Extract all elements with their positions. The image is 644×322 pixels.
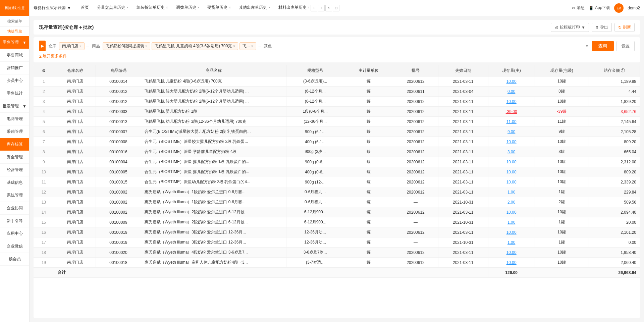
row-stock-main[interactable]: 9.00 [488,127,535,137]
color-dropdown-icon[interactable]: ▼ [585,44,589,48]
sidebar-quick-nav[interactable]: 快捷导航 [0,27,29,36]
sidebar-item-marketing[interactable]: 营销推广 [0,62,29,74]
remove-product-tag-1[interactable]: × [146,44,148,48]
table-row: 15 南岸门店 00100009 惠氏启赋（Wyeth illuma）2段奶粉 … [34,217,640,227]
account-dropdown[interactable]: 母婴行业演示账套 ▼ [34,5,71,11]
sidebar-item-new-guide[interactable]: 新手引导 [0,215,29,227]
col-gear[interactable]: ⚙ [34,65,54,76]
row-stock-main[interactable]: 2.00 [488,197,535,207]
query-button[interactable]: 查询 [592,41,614,51]
product-more[interactable]: ... [258,44,261,48]
inventory-table-wrap: ⚙ 仓库名称 商品编码 商品名称 规格型号 主计量单位 批号 失效日期 现存量(… [34,65,640,318]
sidebar-item-member[interactable]: 会员中心 [0,74,29,87]
row-stock-main[interactable]: 10.00 [488,258,535,268]
close-icon[interactable]: × [166,6,168,9]
tab-prev-button[interactable]: ‹ [311,5,317,11]
sidebar-item-sys-mgmt[interactable]: 系统管理 [0,189,29,202]
sidebar-item-retail-mgmt[interactable]: 零售管理 ▼ [0,36,29,49]
row-code: 00100009 [96,217,141,227]
tab-nav-arrows: ‹ › × ⊡ [311,5,339,11]
row-code: 00100013 [96,117,141,127]
row-spec: 900g (6-1... [286,127,344,137]
row-stock-main[interactable]: 11.00 [488,117,535,127]
row-stock-main[interactable]: 10.00 [488,248,535,258]
sidebar-search[interactable]: 搜索菜单 [0,16,29,27]
tab-split-inventory[interactable]: 分量盘点单历史 × [93,0,132,16]
expand-filter-button[interactable]: ⊻ 展开更多条件 [39,53,635,59]
row-stock-main[interactable]: 10.00 [488,167,535,177]
tab-disassemble[interactable]: 组装拆卸单历史 × [132,0,172,16]
warehouse-more[interactable]: ... [86,44,89,48]
row-warehouse: 南岸门店 [54,157,96,167]
row-stock-main[interactable]: 10.00 [488,177,535,187]
row-stock-pkg: 10罐 [535,227,589,237]
row-warehouse: 南岸门店 [54,107,96,117]
refresh-button[interactable]: ↻ 刷新 [614,23,635,32]
row-stock-main[interactable]: 1.00 [488,187,535,197]
close-icon[interactable]: × [229,6,231,9]
tab-other-out[interactable]: 其他出库单历史 × [235,0,274,16]
row-stock-main[interactable]: 10.00 [488,157,535,167]
row-code: 00100008 [96,137,141,147]
row-stock-pkg: 10罐 [535,137,589,147]
username[interactable]: demo2 [628,6,640,10]
row-num: 14 [34,207,54,217]
sidebar-item-purchase[interactable]: 采购管理 [0,125,29,138]
sidebar-item-retail-stats[interactable]: 零售统计 [0,87,29,100]
product-filter-label: 商品 [92,43,100,49]
row-stock-main[interactable]: 3.00 [488,147,535,157]
tab-home[interactable]: 首页 [77,0,93,16]
row-stock-main[interactable]: 10.00 [488,76,535,87]
close-icon[interactable]: × [308,6,309,9]
row-stock-main[interactable]: 0.00 [488,87,535,97]
row-stock-main[interactable]: 1.00 [488,237,535,248]
gear-icon[interactable]: ⚙ [42,68,46,73]
close-icon[interactable]: × [126,6,128,9]
print-button[interactable]: 🖨 按模板打印 ▼ [551,23,589,32]
tab-mix-order[interactable]: 调拨单历史 × [172,0,204,16]
row-stock-pkg: 1罐 [535,217,589,227]
sidebar-item-app-center[interactable]: 应用中心 [0,227,29,240]
message-button[interactable]: ✉ 消息 [572,5,585,11]
tab-material-out[interactable]: 材料出库单历史 × [274,0,309,16]
row-expire: 2021-03-11 [438,76,488,87]
summary-stock-pkg [535,268,589,278]
sidebar: 畅捷通好生意 搜索菜单 快捷导航 零售管理 ▼ 零售商城 营销推广 会员中心 零… [0,0,30,322]
close-icon[interactable]: × [198,6,200,9]
filter-toggle-button[interactable]: ▶ [39,41,46,51]
table-row: 11 南岸门店 00100015 合生元（BIOSTIME）派星幼儿配方奶粉 3… [34,177,640,187]
row-stock-main[interactable]: -39.00 [488,107,535,117]
close-icon[interactable]: × [268,6,270,9]
tab-next-button[interactable]: › [318,5,325,11]
row-code: 00100020 [96,248,141,258]
sidebar-item-retail-mall[interactable]: 零售商城 [0,49,29,62]
remove-product-tag-3[interactable]: × [251,44,253,48]
tab-expand-button[interactable]: ⊡ [333,5,339,11]
summary-empty [34,268,54,278]
sidebar-item-ecommerce[interactable]: 电商管理 [0,113,29,125]
sidebar-item-enterprise[interactable]: 企业协同 [0,202,29,215]
sidebar-item-member2[interactable]: 畅会员 [0,253,29,266]
sidebar-item-inventory[interactable]: 库存核算 [0,138,29,151]
tab-request-order[interactable]: 要货单历史 × [203,0,235,16]
export-button[interactable]: ⬆ 导出 [592,23,612,32]
tab-close-all-button[interactable]: × [325,5,332,11]
row-expire: 2021-03-11 [438,97,488,107]
row-warehouse: 南岸门店 [54,177,96,187]
sidebar-item-operation[interactable]: 经营管理 [0,164,29,176]
row-stock-main[interactable]: 10.00 [488,137,535,147]
row-stock-main[interactable]: 10.00 [488,207,535,217]
sidebar-item-basic-info[interactable]: 基础信息 [0,176,29,189]
app-download-button[interactable]: 📱 App下载 [589,5,610,11]
row-stock-main[interactable]: 10.00 [488,97,535,107]
remove-product-tag-2[interactable]: × [233,44,235,48]
sidebar-item-finance[interactable]: 资金管理 [0,151,29,164]
row-stock-main[interactable]: 1.00 [488,217,535,227]
inventory-table: ⚙ 仓库名称 商品编码 商品名称 规格型号 主计量单位 批号 失效日期 现存量(… [34,65,640,278]
setting-button[interactable]: 设置 [616,41,635,51]
remove-warehouse-tag[interactable]: × [79,44,82,48]
sidebar-item-enterprise-wechat[interactable]: 企业微信 [0,240,29,253]
avatar[interactable]: Ea [614,3,624,13]
row-stock-main[interactable]: 10.00 [488,227,535,237]
sidebar-item-wholesale[interactable]: 批发管理▼ [0,100,29,113]
